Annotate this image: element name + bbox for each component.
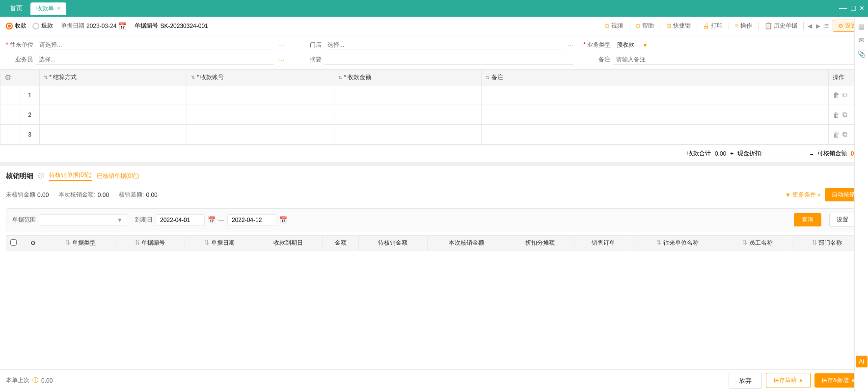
sidebar-clip-icon[interactable]: 📎 xyxy=(856,48,868,60)
sidebar-table-icon[interactable]: ▦ xyxy=(856,21,868,32)
th-staff: ⇅ 员工名称 xyxy=(723,236,792,251)
th-due-date-label: 收款到期日 xyxy=(273,239,303,246)
hexiao-title: 核销明细 xyxy=(6,172,33,181)
partner-input[interactable] xyxy=(36,40,274,50)
td-account-1[interactable] xyxy=(187,85,334,105)
sidebar-camera-icon[interactable]: Ai xyxy=(856,356,868,367)
remark-input[interactable] xyxy=(613,55,862,65)
td-settlement-2[interactable] xyxy=(40,105,187,125)
minimize-icon[interactable]: — xyxy=(839,4,847,13)
due-to-input[interactable] xyxy=(227,214,276,226)
copy-icon-2[interactable]: ⧉ xyxy=(842,111,847,119)
sidebar-mail-icon[interactable]: ✉ xyxy=(856,34,868,46)
divider-4 xyxy=(729,22,729,30)
bottom-settings-icon[interactable]: ⚙ xyxy=(30,240,36,247)
due-from-input[interactable] xyxy=(156,214,205,226)
copy-icon-1[interactable]: ⧉ xyxy=(842,91,847,99)
nav-right-icon[interactable]: ▶ xyxy=(816,23,820,29)
tab-active[interactable]: 收款单 × xyxy=(30,2,66,15)
due-to-cal-icon[interactable]: 📅 xyxy=(279,216,287,223)
td-remark-2[interactable] xyxy=(482,105,829,125)
delete-icon-3[interactable]: 🗑 xyxy=(833,131,840,139)
th-doc-num: ⇅ 单据编号 xyxy=(115,236,185,251)
video-icon: ⊙ xyxy=(604,22,610,29)
range-select[interactable]: ▼ xyxy=(39,214,127,226)
help-btn[interactable]: ⊙ 帮助 xyxy=(633,21,656,31)
uncancelled-stat: 未核销金额 0.00 xyxy=(6,191,49,199)
draft-btn[interactable]: 保存草稿 ∧ xyxy=(766,373,811,388)
td-amount-2[interactable] xyxy=(334,105,482,125)
staff-input[interactable] xyxy=(36,55,274,65)
nav-left-icon[interactable]: ◀ xyxy=(808,23,812,29)
tab-home[interactable]: 首页 xyxy=(4,2,28,15)
td-amount-1[interactable] xyxy=(334,85,482,105)
th-settings[interactable]: ⚙ xyxy=(0,70,20,85)
discard-btn[interactable]: 放弃 xyxy=(729,373,762,389)
filter-settings-btn[interactable]: 设置 xyxy=(829,213,856,227)
doc-num-field: 单据编号 SK-20230324-001 xyxy=(135,22,208,30)
sort-dept-icon: ⇅ xyxy=(812,239,817,246)
due-from-cal-icon[interactable]: 📅 xyxy=(208,216,216,223)
discount-input[interactable] xyxy=(767,149,806,158)
td-amount-3[interactable] xyxy=(334,125,482,144)
maximize-icon[interactable]: □ xyxy=(851,4,856,13)
menu-icon[interactable]: ≡ xyxy=(824,22,829,30)
radio-shoukuan[interactable]: 收款 xyxy=(6,22,27,30)
hexiao-info-icon[interactable]: ⓘ xyxy=(38,172,44,180)
td-account-2[interactable] xyxy=(187,105,334,125)
td-account-3[interactable] xyxy=(187,125,334,144)
tab-bar-left: 首页 收款单 × xyxy=(4,2,66,15)
more-cond-label: 更多条件 xyxy=(792,191,816,199)
delete-icon-1[interactable]: 🗑 xyxy=(833,91,840,99)
done-tab[interactable]: 已核销单据(0笔) xyxy=(97,172,139,180)
prev-info-icon[interactable]: ⓘ xyxy=(32,376,38,385)
help-label: 帮助 xyxy=(642,22,654,30)
query-btn[interactable]: 查询 xyxy=(794,213,821,226)
check-all-checkbox[interactable] xyxy=(10,239,17,246)
th-settings-bottom[interactable]: ⚙ xyxy=(21,236,46,251)
sort-partner-icon: ⇅ xyxy=(656,239,661,246)
summary-field: 摘要 xyxy=(295,55,573,65)
shortcut-btn[interactable]: ⊟ 快捷键 xyxy=(664,21,693,31)
delete-icon-2[interactable]: 🗑 xyxy=(833,111,840,119)
history-btn[interactable]: 📋 历史单据 xyxy=(762,21,799,31)
more-conditions-btn[interactable]: ▼ 更多条件 ∧ xyxy=(785,191,821,199)
ops-btn[interactable]: ≡ 操作 xyxy=(733,21,754,31)
hexiao-table: ⚙ ⇅ 单据类型 ⇅ 单据编号 ⇅ 单据日期 收款到 xyxy=(6,235,862,251)
td-remark-1[interactable] xyxy=(482,85,829,105)
print-btn[interactable]: 🖨 打印 xyxy=(701,21,725,31)
shop-input[interactable] xyxy=(325,40,563,50)
close-icon[interactable]: × xyxy=(860,4,864,13)
sort-staff-icon: ⇅ xyxy=(742,239,747,246)
shortcut-icon: ⊟ xyxy=(666,22,672,29)
table-row: 1 🗑 ⧉ xyxy=(0,85,868,105)
copy-icon-3[interactable]: ⧉ xyxy=(842,130,847,139)
td-settlement-1[interactable] xyxy=(40,85,187,105)
calendar-icon[interactable]: 📅 xyxy=(118,22,127,30)
radio-tuikuan-circle xyxy=(32,23,39,29)
video-btn[interactable]: ⊙ 视频 xyxy=(602,21,625,31)
summary-input[interactable] xyxy=(325,55,573,65)
pending-tab[interactable]: 待核销单据(0笔) xyxy=(49,171,92,181)
thistime-label: 本次核销金额: xyxy=(58,191,95,199)
radio-tuikuan[interactable]: 退款 xyxy=(32,22,53,30)
draft-dropdown-icon[interactable]: ∧ xyxy=(799,377,803,384)
ops-label: 操作 xyxy=(740,22,752,30)
print-label: 打印 xyxy=(711,22,723,30)
partner-field: * 往来单位 ··· xyxy=(6,40,285,50)
remark-field: 备注 xyxy=(583,55,862,65)
section-separator xyxy=(0,162,868,166)
th-doc-date: ⇅ 单据日期 xyxy=(185,236,254,251)
td-remark-3[interactable] xyxy=(482,125,829,144)
biz-type-dropdown-icon[interactable]: ▼ xyxy=(642,42,648,49)
tab-close-icon[interactable]: × xyxy=(57,5,60,12)
th-check-all[interactable] xyxy=(6,236,21,251)
th-this-amount-label: 本次核销金额 xyxy=(449,239,484,246)
partner-more-icon[interactable]: ··· xyxy=(279,41,285,49)
td-settlement-3[interactable] xyxy=(40,125,187,144)
staff-more-icon[interactable]: ··· xyxy=(279,56,285,64)
th-staff-label: 员工名称 xyxy=(749,239,773,246)
table-settings-icon[interactable]: ⚙ xyxy=(4,73,11,82)
th-discount: 折扣分摊额 xyxy=(506,236,574,251)
shop-more-icon[interactable]: ··· xyxy=(568,41,573,49)
